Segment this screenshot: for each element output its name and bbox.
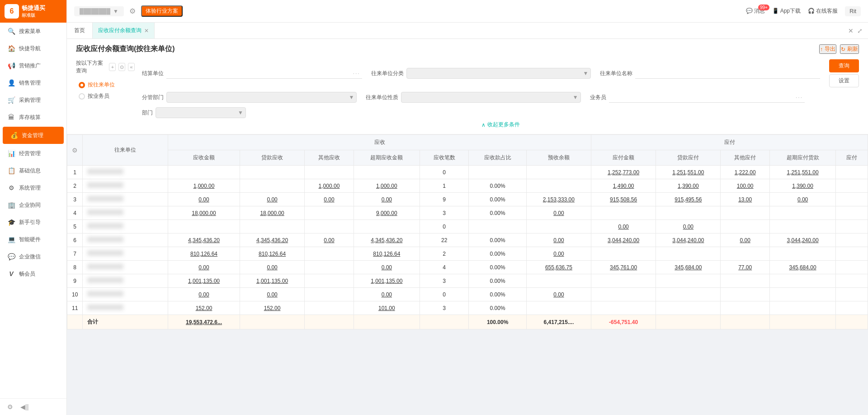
setting-button[interactable]: 设置 xyxy=(829,74,859,87)
cell-ar_loan[interactable]: 0.00 xyxy=(240,261,304,274)
cell-ar_count[interactable]: 0 xyxy=(420,288,469,301)
salesman-input[interactable]: ··· xyxy=(609,92,805,103)
cell-ar_count[interactable]: 3 xyxy=(420,274,469,288)
cell-ap_amount[interactable]: 3,044,240.00 xyxy=(591,234,656,247)
cell-ap_other[interactable]: 100.00 xyxy=(721,179,770,193)
cell-ap_amount[interactable]: 0.00 xyxy=(591,220,656,234)
refresh-button[interactable]: ↻ 刷新 xyxy=(840,44,859,54)
cell-ap_loan[interactable]: 0.00 xyxy=(656,220,721,234)
export-button[interactable]: ↑ 导出 xyxy=(819,44,836,54)
cell-ar_count[interactable]: 4 xyxy=(420,261,469,274)
sidebar-item-warehouse[interactable]: 🏛 库存核算 xyxy=(0,109,66,126)
cell-ar_loan[interactable]: 0.00 xyxy=(240,288,304,301)
cell-ar_amount[interactable]: 0.00 xyxy=(168,193,240,206)
collapse-filter-icon[interactable]: « xyxy=(128,63,135,71)
cell-ar_prepay[interactable]: 655,636.75 xyxy=(526,261,591,274)
cell-ar_other[interactable]: 1,000.00 xyxy=(305,179,354,193)
cell-ar_loan[interactable]: 0.00 xyxy=(240,193,304,206)
cell-ar_overdue[interactable]: 1,001,135.00 xyxy=(354,274,420,288)
table-gear-icon[interactable]: ⚙ xyxy=(72,147,78,154)
cell-ap_overdue[interactable]: 3,044,240.00 xyxy=(769,234,835,247)
cell-ap_overdue[interactable]: 1,251,551.00 xyxy=(769,166,835,179)
cell-ap_loan[interactable]: 3,044,240.00 xyxy=(656,234,721,247)
cell-ar_ratio[interactable]: 0.00% xyxy=(469,193,526,206)
cell-ap_other[interactable]: 77.00 xyxy=(721,261,770,274)
cell-ar_loan[interactable]: 18,000.00 xyxy=(240,206,304,220)
cell-ar_overdue[interactable]: 9,000.00 xyxy=(354,206,420,220)
settings-filter-icon[interactable]: ⊙ xyxy=(118,63,125,71)
cell-ar_amount[interactable]: 1,000.00 xyxy=(168,179,240,193)
cell-ar_amount[interactable]: 0.00 xyxy=(168,261,240,274)
collapse-sidebar-icon[interactable]: ◀|| xyxy=(20,403,28,410)
sidebar-item-search[interactable]: 🔍 搜索菜单 xyxy=(0,23,66,40)
cell-ap_loan[interactable]: 345,684.00 xyxy=(656,261,721,274)
cell-ar_prepay[interactable]: 0.00 xyxy=(526,247,591,261)
dept-select[interactable] xyxy=(156,107,246,118)
cell-ar_prepay[interactable]: 0.00 xyxy=(526,288,591,301)
cell-ar_amount[interactable]: 810,126.64 xyxy=(168,247,240,261)
cell-ar_other[interactable]: 0.00 xyxy=(305,193,354,206)
cell-ar_ratio[interactable]: 0.00% xyxy=(469,261,526,274)
online-service-button[interactable]: 🎧 在线客服 xyxy=(808,7,838,15)
cell-ar_prepay[interactable]: 0.00 xyxy=(526,206,591,220)
sidebar-item-marketing[interactable]: 📢 营销推广 xyxy=(0,57,66,74)
cell-ap_loan[interactable]: 1,390.00 xyxy=(656,179,721,193)
cell-ap_other[interactable]: 0.00 xyxy=(721,234,770,247)
dept-manager-select[interactable] xyxy=(166,92,357,103)
cell-ap_other[interactable]: 13.00 xyxy=(721,193,770,206)
cell-ap_other[interactable]: 1,222.00 xyxy=(721,166,770,179)
sidebar-item-finance[interactable]: 💰 资金管理 xyxy=(3,127,64,144)
solution-button[interactable]: 体验行业方案 xyxy=(141,5,183,17)
tab-home[interactable]: 首页 xyxy=(67,23,93,38)
cell-ar_count[interactable]: 3 xyxy=(420,206,469,220)
cell-ap_overdue[interactable]: 1,390.00 xyxy=(769,179,835,193)
cell-ar_ratio[interactable]: 0.00% xyxy=(469,234,526,247)
cell-ar_prepay[interactable]: 0.00 xyxy=(526,234,591,247)
sidebar-item-guide[interactable]: 🎓 新手引导 xyxy=(0,214,66,231)
cell-ar_prepay[interactable]: 2,153,333.00 xyxy=(526,193,591,206)
cell-ap_amount[interactable]: 915,508.56 xyxy=(591,193,656,206)
cell-ar_overdue[interactable]: 0.00 xyxy=(354,261,420,274)
cell-ar_count[interactable]: 1 xyxy=(420,179,469,193)
cell-ar_ratio[interactable]: 0.00% xyxy=(469,247,526,261)
cell-ap_amount[interactable]: 1,490.00 xyxy=(591,179,656,193)
cell-ar_count[interactable]: 0 xyxy=(420,166,469,179)
tab-close-window-icon[interactable]: ✕ xyxy=(848,27,854,34)
cell-ar_amount[interactable]: 4,345,436.20 xyxy=(168,234,240,247)
cell-ar_other[interactable]: 0.00 xyxy=(305,234,354,247)
cell-ar_count[interactable]: 3 xyxy=(420,301,469,315)
cell-ap_overdue[interactable]: 345,684.00 xyxy=(769,261,835,274)
cell-ar_ratio[interactable]: 0.00% xyxy=(469,274,526,288)
sidebar-item-hardware[interactable]: 💻 智能硬件 xyxy=(0,231,66,248)
cell-ar_loan[interactable]: 1,001,135.00 xyxy=(240,274,304,288)
sidebar-item-basic[interactable]: 📋 基础信息 xyxy=(0,162,66,179)
cell-ar_amount[interactable]: 18,000.00 xyxy=(168,206,240,220)
filter-option-by-customer[interactable]: 按往来单位 xyxy=(76,79,135,91)
cell-ar_ratio[interactable]: 0.00% xyxy=(469,288,526,301)
tab-expand-icon[interactable]: ⤢ xyxy=(857,27,863,34)
collapse-button[interactable]: ∧ 收起更多条件 xyxy=(481,121,520,129)
sidebar-item-purchase[interactable]: 🛒 采购管理 xyxy=(0,91,66,109)
settlement-unit-input[interactable]: ··· xyxy=(166,68,362,79)
query-button[interactable]: 查询 xyxy=(829,59,859,72)
cell-ar_overdue[interactable]: 810,126.64 xyxy=(354,247,420,261)
partner-category-select[interactable] xyxy=(406,68,591,79)
sidebar-item-wechat[interactable]: 💬 企业微信 xyxy=(0,248,66,265)
cell-ar_ratio[interactable]: 0.00% xyxy=(469,206,526,220)
partner-nature-select[interactable] xyxy=(401,92,580,103)
gear-topbar-icon[interactable]: ⚙ xyxy=(129,7,136,15)
cell-ar_loan[interactable]: 810,126.64 xyxy=(240,247,304,261)
cell-ap_overdue[interactable]: 0.00 xyxy=(769,193,835,206)
cell-ap_amount[interactable]: 1,252,773.00 xyxy=(591,166,656,179)
cell-ar_amount[interactable]: 0.00 xyxy=(168,288,240,301)
add-filter-icon[interactable]: + xyxy=(109,63,116,71)
cell-ar_overdue[interactable]: 101.00 xyxy=(354,301,420,315)
cell-ar_overdue[interactable]: 4,345,436.20 xyxy=(354,234,420,247)
sidebar-item-enterprise[interactable]: 🏢 企业协同 xyxy=(0,196,66,214)
tab-close-icon[interactable]: ✕ xyxy=(144,28,149,34)
tab-arquery[interactable]: 应收应付余额查询 ✕ xyxy=(93,23,155,38)
cell-ar_loan[interactable]: 4,345,436.20 xyxy=(240,234,304,247)
sidebar-item-member[interactable]: V 畅会员 xyxy=(0,265,66,282)
sidebar-item-quicknav[interactable]: 🏠 快捷导航 xyxy=(0,40,66,57)
user-menu[interactable]: Rit xyxy=(845,6,861,16)
